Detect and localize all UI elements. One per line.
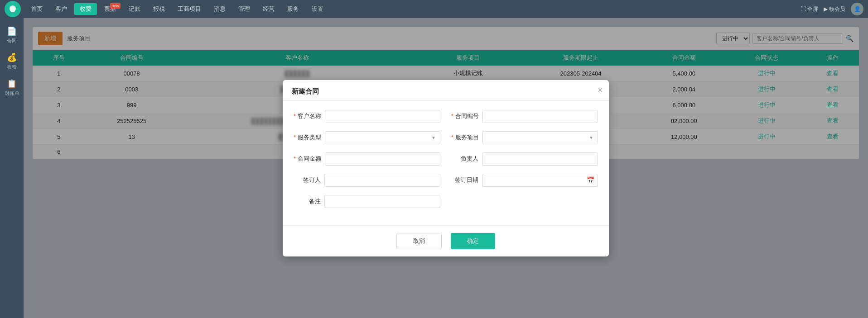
logo[interactable] [5,1,21,17]
remark-label: 备注 [294,197,321,205]
nav-client[interactable]: 客户 [50,3,72,15]
statement-icon: 📋 [7,79,17,89]
billing-icon: 💰 [7,52,17,62]
nav-tax[interactable]: 报税 [148,3,170,15]
service-type-select-wrap [325,131,440,144]
avatar[interactable]: 👤 [851,3,863,15]
nav-operation[interactable]: 经营 [257,3,280,15]
top-nav: 首页 客户 收费 票据 new 记账 报税 工商项目 消息 管理 经营 服务 设… [0,0,868,18]
nav-business[interactable]: 工商项目 [172,3,207,15]
owner-field: 负责人 [451,152,598,166]
nav-billing[interactable]: 收费 [74,3,97,15]
contract-no-input[interactable] [482,110,598,123]
remark-input[interactable] [324,195,440,208]
nav-right: ⛶ 全屏 ▶ 畅会员 👤 [800,3,863,15]
amount-field: 合同金额 0.00 [294,152,440,166]
amount-label: 合同金额 [294,155,321,163]
service-type-label: 服务类型 [294,133,321,142]
client-name-input[interactable] [325,110,440,123]
content-area: 新增 服务项目 进行中 已完成 已终止 🔍 序号 合同编 [24,18,868,318]
sign-date-field: 签订日期 2023-06-06 📅 [451,174,598,187]
nav-invoice[interactable]: 票据 new [99,3,121,15]
service-item-select[interactable] [482,131,598,144]
sign-date-wrap: 2023-06-06 📅 [482,174,598,187]
owner-input[interactable] [482,152,598,166]
form-row-3: 合同金额 0.00 负责人 [294,152,598,166]
signer-field: 签订人 [294,174,440,187]
new-badge: new [110,3,121,9]
main-layout: 📄 合同 💰 收费 📋 对账单 新增 服务项目 进行中 已完成 已终止 [0,18,868,318]
modal-title: 新建合同 [292,87,319,95]
fullscreen-icon: ⛶ [800,6,806,12]
confirm-button[interactable]: 确定 [451,233,495,249]
owner-label: 负责人 [451,155,478,163]
sign-date-input[interactable]: 2023-06-06 [482,174,598,187]
nav-settings[interactable]: 设置 [306,3,329,15]
amount-input[interactable]: 0.00 [325,152,440,166]
signer-label: 签订人 [294,176,321,184]
modal-close-button[interactable]: × [598,85,603,95]
nav-manage[interactable]: 管理 [233,3,256,15]
cancel-button[interactable]: 取消 [396,233,442,249]
client-name-field: 客户名称 [294,110,440,123]
nav-items: 首页 客户 收费 票据 new 记账 报税 工商项目 消息 管理 经营 服务 设… [25,3,800,15]
sidebar-item-statement[interactable]: 📋 对账单 [0,75,24,100]
modal-overlay: 新建合同 × 客户名称 合同编号 [24,18,868,318]
signer-input[interactable] [324,174,440,187]
nav-bookkeeping[interactable]: 记账 [123,3,146,15]
form-row-1: 客户名称 合同编号 [294,110,598,123]
nav-home[interactable]: 首页 [25,3,48,15]
sidebar: 📄 合同 💰 收费 📋 对账单 [0,18,24,318]
service-type-field: 服务类型 [294,131,440,144]
form-row-2: 服务类型 服务项目 [294,131,598,144]
sidebar-item-billing[interactable]: 💰 收费 [0,49,24,74]
service-item-label: 服务项目 [451,133,479,142]
fullscreen-button[interactable]: ⛶ 全屏 [800,5,818,13]
svg-point-0 [11,7,14,10]
client-name-label: 客户名称 [294,112,321,120]
form-row-4: 签订人 签订日期 2023-06-06 📅 [294,174,598,187]
vip-button[interactable]: ▶ 畅会员 [824,5,845,13]
remark-field: 备注 [294,195,440,208]
create-contract-modal: 新建合同 × 客户名称 合同编号 [283,80,609,256]
modal-header: 新建合同 [283,80,609,101]
sign-date-label: 签订日期 [451,176,478,184]
contract-no-field: 合同编号 [451,110,598,123]
service-item-select-wrap [482,131,598,144]
calendar-icon[interactable]: 📅 [587,176,594,184]
modal-footer: 取消 确定 [283,225,609,256]
service-item-field: 服务项目 [451,131,598,144]
contract-no-label: 合同编号 [451,112,479,120]
contract-icon: 📄 [7,26,17,36]
sidebar-item-contract[interactable]: 📄 合同 [0,23,24,48]
nav-message[interactable]: 消息 [208,3,231,15]
service-type-select[interactable] [325,131,440,144]
nav-service[interactable]: 服务 [282,3,304,15]
modal-body: 客户名称 合同编号 服务类型 [283,101,609,225]
play-icon: ▶ [824,6,828,12]
form-row-5: 备注 [294,195,598,208]
